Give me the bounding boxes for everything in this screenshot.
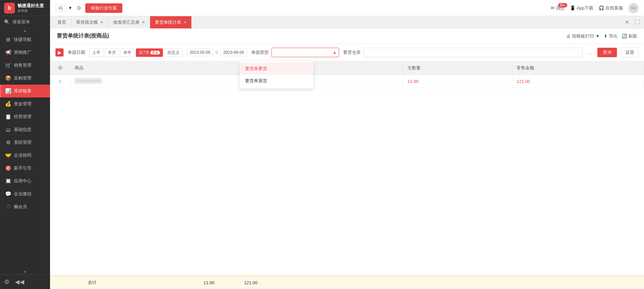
sidebar-item-app-center[interactable]: 🔲 应用中心 bbox=[0, 175, 50, 187]
table-row: 1 块 11.00 121.00 bbox=[50, 75, 644, 88]
sidebar-item-sales[interactable]: 🛒 销售管理 bbox=[0, 59, 50, 72]
sidebar-item-system[interactable]: ⚙ 系统管理 bbox=[0, 136, 50, 149]
tab-batch-inventory[interactable]: 库存批次账 ✕ bbox=[71, 16, 109, 28]
tab-close-icon[interactable]: ✕ bbox=[100, 20, 103, 25]
trial-btn[interactable]: 体验行业方案 bbox=[85, 3, 122, 13]
tab-order-stats[interactable]: 要货单统计表 ✕ bbox=[150, 16, 192, 28]
footer-qty: 11.00 bbox=[199, 280, 240, 285]
refresh-label: 刷新 bbox=[628, 33, 637, 39]
nav-icon-operations: 📋 bbox=[5, 114, 11, 120]
search-menu[interactable]: 🔍 搜索菜单 bbox=[0, 16, 50, 28]
date-btn-this-month[interactable]: 本月 bbox=[105, 48, 119, 57]
company-selector[interactable]: 41 ▼ bbox=[55, 5, 72, 12]
footer-label: 合计 bbox=[74, 280, 142, 286]
nav-icon-purchase: 📦 bbox=[5, 75, 11, 81]
type-dropdown-icon[interactable]: ▲ bbox=[331, 50, 339, 55]
user-avatar[interactable]: Rit bbox=[628, 3, 639, 13]
print-icon: 🖨 bbox=[566, 34, 571, 39]
app-download-btn[interactable]: 📱 App下载 bbox=[570, 5, 593, 11]
amount-link[interactable]: 121.00 bbox=[517, 79, 530, 84]
nav-label-app-center: 应用中心 bbox=[14, 178, 31, 184]
nav-icon-inventory: 📊 bbox=[5, 88, 11, 94]
service-label: 在线客服 bbox=[605, 5, 623, 11]
service-btn[interactable]: 🎧 在线客服 bbox=[599, 5, 623, 11]
col-settings[interactable]: ⚙ bbox=[50, 61, 70, 75]
tab-home[interactable]: 首页 bbox=[53, 16, 71, 28]
sidebar: b 畅捷通好生意 标准版 🔍 搜索菜单 ▲ ⊞ 快捷导航 📢 营销推广 🛒 销售… bbox=[0, 0, 50, 289]
nav-icon-marketing: 📢 bbox=[5, 49, 11, 55]
sidebar-scroll-down[interactable]: ▼ bbox=[0, 269, 50, 274]
message-icon: ✉ bbox=[551, 5, 554, 10]
footer-amount: 121.00 bbox=[240, 280, 281, 285]
settings-gear-icon[interactable]: ⚙ bbox=[58, 65, 63, 71]
sidebar-item-inventory[interactable]: 📊 库存核算 bbox=[0, 85, 50, 97]
print-template-btn[interactable]: 🖨 按模板打印 ▼ bbox=[566, 33, 600, 39]
topbar-right: ✉ 消息 99+ 📱 App下载 🎧 在线客服 Rit bbox=[551, 3, 639, 13]
dropdown-item-order-return[interactable]: 要货单退货 bbox=[240, 75, 313, 87]
sidebar-item-marketing[interactable]: 📢 营销推广 bbox=[0, 46, 50, 59]
nav-icon-finance: 💰 bbox=[5, 101, 11, 107]
nav-label-enterprise: 企业协同 bbox=[14, 152, 31, 158]
nav-icon-quick-nav: ⊞ bbox=[5, 37, 11, 43]
page-content: 要货单统计表(按商品) 🖨 按模板打印 ▼ ⬆ 导出 🔄 刷新 ▶ bbox=[50, 28, 644, 289]
data-table: ⚙ 商品 主计量单位 主数量 零售金额 1 块 11.00 121.00 bbox=[50, 61, 644, 88]
table-body: 1 块 11.00 121.00 bbox=[50, 75, 644, 88]
nav-label-purchase: 采购管理 bbox=[14, 75, 31, 81]
tab-close-icon[interactable]: ✕ bbox=[142, 20, 145, 25]
sidebar-item-membership[interactable]: ♡ 畅会员 bbox=[0, 200, 50, 213]
dropdown-item-order-goods[interactable]: 要货单要货 bbox=[240, 63, 313, 75]
date-btn-custom[interactable]: 自定义 bbox=[164, 48, 183, 57]
sidebar-item-basic-info[interactable]: 🗂 基础信息 bbox=[0, 123, 50, 136]
sidebar-item-quick-nav[interactable]: ⊞ 快捷导航 bbox=[0, 33, 50, 46]
sidebar-item-wechat[interactable]: 💬 企业微信 bbox=[0, 187, 50, 200]
sidebar-item-guide[interactable]: 🎯 新手引导 bbox=[0, 162, 50, 175]
refresh-btn[interactable]: 🔄 刷新 bbox=[622, 33, 637, 39]
brand-name: 畅捷通好生意 bbox=[18, 3, 44, 9]
tabs-close-all-btn[interactable]: ✕ bbox=[623, 18, 630, 26]
nav-label-marketing: 营销推广 bbox=[14, 49, 31, 55]
qty-link[interactable]: 11.00 bbox=[407, 79, 419, 84]
date-btn-up-half[interactable]: 上半 bbox=[89, 48, 103, 57]
type-select[interactable]: ▲ bbox=[271, 48, 339, 57]
sidebar-item-purchase[interactable]: 📦 采购管理 bbox=[0, 72, 50, 85]
date-btn-last-7days[interactable]: 近7天 更多 bbox=[136, 48, 163, 57]
sidebar-toggle-btn[interactable]: ◀◀ bbox=[15, 278, 24, 286]
nav-icon-guide: 🎯 bbox=[5, 165, 11, 171]
date-btn-this-year[interactable]: 本年 bbox=[120, 48, 135, 57]
tab-label: 收发存汇总表 bbox=[113, 19, 140, 25]
cell-num: 1 bbox=[50, 75, 70, 88]
sidebar-item-operations[interactable]: 📋 经营管理 bbox=[0, 110, 50, 123]
logo-icon: b bbox=[4, 3, 15, 14]
sidebar-item-finance[interactable]: 💰 资金管理 bbox=[0, 97, 50, 110]
date-end[interactable]: 2023-06-06 bbox=[220, 49, 247, 56]
messages-btn[interactable]: ✉ 消息 99+ bbox=[551, 5, 565, 11]
logo-text: 畅捷通好生意 标准版 bbox=[18, 3, 44, 13]
service-icon: 🎧 bbox=[599, 5, 604, 10]
tabs-bar: 首页 库存批次账 ✕ 收发存汇总表 ✕ 要货单统计表 ✕ ✕ ⛶ bbox=[50, 16, 644, 28]
tab-close-icon[interactable]: ✕ bbox=[183, 20, 187, 25]
print-dropdown-icon: ▼ bbox=[595, 34, 600, 39]
sidebar-item-enterprise[interactable]: 🤝 企业协同 bbox=[0, 149, 50, 162]
warehouse-more-icon[interactable]: … bbox=[585, 49, 593, 55]
export-btn[interactable]: ⬆ 导出 bbox=[604, 33, 618, 39]
filter-settings-btn[interactable]: 设置 bbox=[621, 47, 639, 58]
topbar-settings-icon[interactable]: ⚙ bbox=[76, 5, 81, 11]
tabs-maximize-btn[interactable]: ⛶ bbox=[633, 19, 641, 26]
tab-label: 库存批次账 bbox=[76, 19, 98, 25]
nav-label-wechat: 企业微信 bbox=[14, 191, 31, 197]
data-table-section: ⚙ 商品 主计量单位 主数量 零售金额 1 块 11.00 121.00 bbox=[50, 61, 644, 289]
settings-footer-btn[interactable]: ⚙ bbox=[4, 278, 9, 286]
sidebar-scroll-up[interactable]: ▲ bbox=[0, 28, 50, 33]
query-btn[interactable]: 查询 bbox=[597, 48, 617, 57]
tab-receipt-summary[interactable]: 收发存汇总表 ✕ bbox=[109, 16, 150, 28]
main-content: 41 ▼ ⚙ 体验行业方案 ✉ 消息 99+ 📱 App下载 🎧 在线客服 Ri… bbox=[50, 0, 644, 289]
nav-icon-basic-info: 🗂 bbox=[5, 127, 11, 133]
cell-qty: 11.00 bbox=[403, 75, 512, 88]
col-amount: 零售金额 bbox=[512, 61, 644, 75]
table-footer: 合计 11.00 121.00 bbox=[50, 275, 644, 289]
topbar: 41 ▼ ⚙ 体验行业方案 ✉ 消息 99+ 📱 App下载 🎧 在线客服 Ri… bbox=[50, 0, 644, 16]
warehouse-input[interactable] bbox=[363, 48, 582, 57]
date-start[interactable]: 2023-05-06 bbox=[187, 49, 213, 56]
nav-label-guide: 新手引导 bbox=[14, 165, 31, 171]
filter-expand-btn[interactable]: ▶ bbox=[55, 48, 64, 57]
